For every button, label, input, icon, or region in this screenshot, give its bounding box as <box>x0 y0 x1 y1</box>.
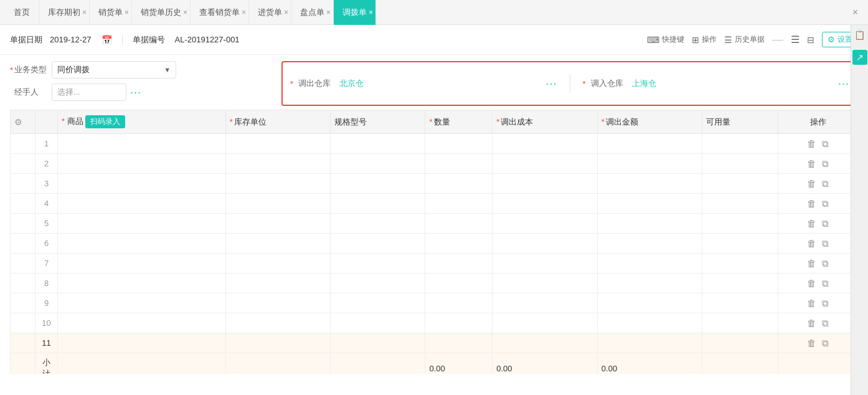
td-spec-10[interactable] <box>331 313 425 333</box>
scan-button[interactable]: 扫码录入 <box>85 115 125 128</box>
td-amount-7[interactable] <box>597 254 702 274</box>
td-available-2[interactable] <box>702 154 778 174</box>
td-product-9[interactable] <box>58 293 226 313</box>
td-unit-6[interactable] <box>225 234 331 254</box>
td-amount-8[interactable] <box>597 274 702 293</box>
td-spec-1[interactable] <box>331 134 425 154</box>
delete-row-11-icon[interactable]: 🗑 <box>807 338 816 348</box>
tab-inventory-check[interactable]: 盘点单 × <box>291 0 334 25</box>
copy-row-6-icon[interactable]: ⧉ <box>822 238 829 249</box>
window-close-button[interactable]: × <box>847 7 863 18</box>
td-amount-9[interactable] <box>597 293 702 313</box>
td-quantity-8[interactable] <box>425 274 493 293</box>
td-spec-9[interactable] <box>331 293 425 313</box>
operations-button[interactable]: ⊞ 操作 <box>692 34 717 45</box>
copy-row-5-icon[interactable]: ⧉ <box>822 218 829 229</box>
td-quantity-9[interactable] <box>425 293 493 313</box>
td-cost-1[interactable] <box>493 134 598 154</box>
delete-row-2-icon[interactable]: 🗑 <box>807 158 816 169</box>
td-spec-4[interactable] <box>331 194 425 214</box>
td-product-7[interactable] <box>58 254 226 274</box>
panel-note-icon[interactable]: 📋 <box>854 30 865 40</box>
tab-transfer-order[interactable]: 调拨单 × <box>334 0 376 25</box>
td-unit-2[interactable] <box>225 154 331 174</box>
td-product-2[interactable] <box>58 154 226 174</box>
td-amount-11[interactable] <box>597 333 702 353</box>
td-cost-9[interactable] <box>493 293 598 313</box>
calendar-icon[interactable]: 📅 <box>101 35 112 45</box>
td-unit-3[interactable] <box>225 174 331 194</box>
copy-row-9-icon[interactable]: ⧉ <box>822 298 829 308</box>
td-product-3[interactable] <box>58 174 226 194</box>
td-cost-6[interactable] <box>493 234 598 254</box>
tab-inventory-init[interactable]: 库存期初 × <box>39 0 90 25</box>
td-quantity-1[interactable] <box>425 134 493 154</box>
td-cost-4[interactable] <box>493 194 598 214</box>
td-unit-10[interactable] <box>225 313 331 333</box>
td-quantity-5[interactable] <box>425 214 493 234</box>
close-inventory-check-tab[interactable]: × <box>326 8 331 17</box>
copy-row-2-icon[interactable]: ⧉ <box>822 158 829 169</box>
td-quantity-3[interactable] <box>425 174 493 194</box>
td-unit-11[interactable] <box>225 333 331 353</box>
td-available-8[interactable] <box>702 274 778 293</box>
td-product-1[interactable] <box>58 134 226 154</box>
td-amount-3[interactable] <box>597 174 702 194</box>
td-spec-2[interactable] <box>331 154 425 174</box>
td-unit-5[interactable] <box>225 214 331 234</box>
list-view-button[interactable]: ☰ <box>791 34 800 45</box>
tab-purchase-order[interactable]: 进货单 × <box>249 0 291 25</box>
td-available-10[interactable] <box>702 313 778 333</box>
td-quantity-10[interactable] <box>425 313 493 333</box>
tab-view-sales[interactable]: 查看销货单 × <box>191 0 249 25</box>
td-available-1[interactable] <box>702 134 778 154</box>
td-quantity-7[interactable] <box>425 254 493 274</box>
copy-row-10-icon[interactable]: ⧉ <box>822 318 829 328</box>
close-sales-history-tab[interactable]: × <box>183 8 187 17</box>
td-quantity-11[interactable] <box>425 333 493 353</box>
delete-row-8-icon[interactable]: 🗑 <box>807 278 816 288</box>
td-unit-8[interactable] <box>225 274 331 293</box>
td-unit-9[interactable] <box>225 293 331 313</box>
delete-row-7-icon[interactable]: 🗑 <box>807 258 816 269</box>
td-product-4[interactable] <box>58 194 226 214</box>
close-inventory-init-tab[interactable]: × <box>82 8 87 17</box>
business-type-select[interactable]: 同价调拨 ▼ <box>52 61 176 79</box>
td-spec-5[interactable] <box>331 214 425 234</box>
copy-row-7-icon[interactable]: ⧉ <box>822 258 829 269</box>
td-amount-2[interactable] <box>597 154 702 174</box>
td-available-7[interactable] <box>702 254 778 274</box>
tab-sales-history[interactable]: 销货单历史 × <box>132 0 191 25</box>
close-sales-order-tab[interactable]: × <box>125 8 129 17</box>
td-unit-1[interactable] <box>225 134 331 154</box>
shortcuts-button[interactable]: ⌨ 快捷键 <box>647 34 684 45</box>
td-available-3[interactable] <box>702 174 778 194</box>
tab-sales-order[interactable]: 销货单 × <box>90 0 132 25</box>
td-spec-7[interactable] <box>331 254 425 274</box>
delete-row-3-icon[interactable]: 🗑 <box>807 178 816 189</box>
td-amount-1[interactable] <box>597 134 702 154</box>
td-product-8[interactable] <box>58 274 226 293</box>
tab-home[interactable]: 首页 <box>5 0 39 25</box>
td-amount-4[interactable] <box>597 194 702 214</box>
gear-settings-icon[interactable]: ⚙ <box>14 117 22 127</box>
copy-row-11-icon[interactable]: ⧉ <box>822 338 829 348</box>
td-available-11[interactable] <box>702 333 778 353</box>
handler-input[interactable]: 选择... <box>52 83 126 101</box>
panel-export-icon[interactable]: ↗ <box>852 50 867 65</box>
td-unit-7[interactable] <box>225 254 331 274</box>
td-unit-4[interactable] <box>225 194 331 214</box>
td-available-4[interactable] <box>702 194 778 214</box>
copy-row-4-icon[interactable]: ⧉ <box>822 198 829 209</box>
td-quantity-2[interactable] <box>425 154 493 174</box>
td-product-11[interactable] <box>58 333 226 353</box>
close-purchase-order-tab[interactable]: × <box>284 8 288 17</box>
td-cost-10[interactable] <box>493 313 598 333</box>
td-cost-2[interactable] <box>493 154 598 174</box>
handler-more-button[interactable]: ··· <box>130 86 141 99</box>
in-warehouse-more-button[interactable]: ··· <box>838 77 849 90</box>
td-product-10[interactable] <box>58 313 226 333</box>
delete-row-10-icon[interactable]: 🗑 <box>807 318 816 328</box>
td-amount-6[interactable] <box>597 234 702 254</box>
td-spec-8[interactable] <box>331 274 425 293</box>
